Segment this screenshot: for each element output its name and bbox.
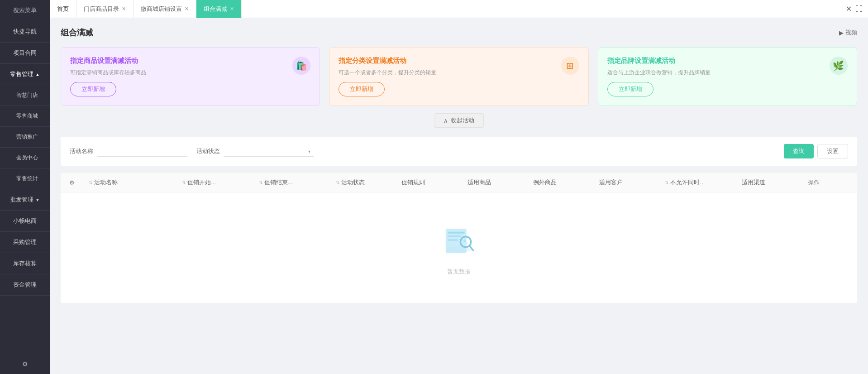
sidebar-item-project-contract[interactable]: 项目合同: [0, 43, 50, 64]
sidebar-item-purchase-mgmt[interactable]: 采购管理: [0, 232, 50, 253]
sidebar-item-quick-nav[interactable]: 快捷导航: [0, 21, 50, 43]
card-product-desc: 可指定滞销商品或库存较多商品: [70, 69, 310, 77]
page-title: 组合满减: [61, 27, 93, 38]
sidebar-item-wholesale-mgmt[interactable]: 批发管理 ▼: [0, 189, 50, 211]
card-brand-add-button[interactable]: 立即新增: [607, 82, 653, 96]
settings-icon-btn[interactable]: ⚙: [0, 354, 50, 374]
card-product-add-button[interactable]: 立即新增: [70, 82, 116, 96]
close-tab-store-catalog-icon[interactable]: ✕: [122, 6, 126, 12]
sort-icon: ⇅: [336, 180, 339, 185]
card-specify-category: ⊞ 指定分类设置满减活动 可选一个或者多个分类，提升分类的销量 立即新增: [329, 47, 588, 106]
card-category-add-button[interactable]: 立即新增: [339, 82, 385, 96]
sidebar-item-inventory[interactable]: 库存核算: [0, 253, 50, 274]
play-circle-icon: ▶: [839, 29, 844, 36]
tab-store-catalog[interactable]: 门店商品目录 ✕: [76, 0, 134, 18]
sidebar: 搜索菜单 快捷导航 项目合同 零售管理 ▲ 智慧门店 零售商城 营销推广 会员中…: [0, 0, 50, 374]
activity-status-select[interactable]: [224, 146, 314, 157]
sidebar-item-member-center[interactable]: 会员中心: [0, 148, 50, 168]
th-promo-rule: 促销规则: [396, 178, 462, 187]
th-activity-name[interactable]: ⇅ 活动名称: [83, 178, 176, 187]
brand-card-icon: 🌿: [830, 57, 848, 75]
search-actions: 查询 设置: [784, 144, 848, 158]
sidebar-item-finance-mgmt[interactable]: 资金管理: [0, 274, 50, 296]
close-window-button[interactable]: ✕: [846, 5, 852, 13]
card-category-title: 指定分类设置满减活动: [339, 57, 579, 65]
th-not-allow[interactable]: ⇅ 不允许同时...: [659, 178, 736, 187]
chevron-up-icon: ∧: [444, 117, 448, 124]
th-applicable-product: 适用商品: [462, 178, 528, 187]
th-action: 操作: [802, 178, 857, 187]
main-content: 首页 门店商品目录 ✕ 微商城店铺设置 ✕ 组合满减 ✕ ✕ ⛶ 组合满减 ▶ …: [50, 0, 868, 374]
svg-point-8: [466, 242, 467, 244]
sort-icon: ⇅: [182, 180, 186, 185]
category-card-icon: ⊞: [561, 57, 579, 75]
maximize-window-button[interactable]: ⛶: [855, 5, 863, 13]
sidebar-item-smart-store[interactable]: 智慧门店: [0, 85, 50, 106]
th-promo-end[interactable]: ⇅ 促销结束...: [253, 178, 330, 187]
chevron-up-icon: ▲: [35, 72, 40, 77]
activity-name-input[interactable]: [97, 146, 187, 157]
sidebar-search[interactable]: 搜索菜单: [0, 0, 50, 21]
activity-cards: 🛍️ 指定商品设置满减活动 可指定滞销商品或库存较多商品 立即新增 ⊞ 指定分类…: [61, 47, 857, 106]
collapse-activities-button[interactable]: ∧ 收起活动: [434, 113, 484, 128]
video-link[interactable]: ▶ 视频: [839, 29, 857, 37]
sidebar-item-retail-mgmt[interactable]: 零售管理 ▲: [0, 64, 50, 85]
card-specify-product: 🛍️ 指定商品设置满减活动 可指定滞销商品或库存较多商品 立即新增: [61, 47, 320, 106]
th-gear[interactable]: ⚙: [61, 179, 83, 186]
close-tab-wechat-store-icon[interactable]: ✕: [185, 6, 189, 12]
empty-state: 暂无数据: [61, 192, 857, 303]
card-specify-brand: 🌿 指定品牌设置满减活动 适合与上游企业联合做营销，提升品牌销量 立即新增: [598, 47, 857, 106]
tab-combo-discount[interactable]: 组合满减 ✕: [196, 0, 242, 18]
table-header: ⚙ ⇅ 活动名称 ⇅ 促销开始... ⇅ 促销结束... ⇅ 活动状态: [61, 173, 857, 192]
svg-point-7: [463, 240, 466, 242]
gear-icon: ⚙: [69, 179, 75, 186]
chevron-down-icon: ▼: [35, 197, 40, 202]
card-brand-desc: 适合与上游企业联合做营销，提升品牌销量: [607, 69, 848, 77]
svg-rect-3: [448, 235, 461, 237]
page-header: 组合满减 ▶ 视频: [61, 27, 857, 38]
empty-text: 暂无数据: [447, 268, 471, 276]
activity-status-label: 活动状态: [196, 147, 220, 155]
th-exception-product: 例外商品: [528, 178, 594, 187]
card-product-title: 指定商品设置满减活动: [70, 57, 310, 65]
topbar-actions: ✕ ⛶: [846, 5, 868, 13]
activity-status-field: 活动状态 ▾: [196, 146, 314, 157]
search-bar: 活动名称 活动状态 ▾ 查询 设置: [61, 137, 857, 166]
sidebar-item-retail-mall[interactable]: 零售商城: [0, 106, 50, 127]
close-tab-combo-discount-icon[interactable]: ✕: [230, 6, 234, 12]
card-brand-title: 指定品牌设置满减活动: [607, 57, 848, 65]
sort-icon: ⇅: [259, 180, 262, 185]
activity-status-select-wrapper: ▾: [224, 146, 314, 157]
sort-icon: ⇅: [89, 180, 92, 185]
sort-icon: ⇅: [665, 180, 668, 185]
page-content: 组合满减 ▶ 视频 🛍️ 指定商品设置满减活动 可指定滞销商品或库存较多商品 立…: [50, 18, 868, 374]
card-category-desc: 可选一个或者多个分类，提升分类的销量: [339, 69, 579, 77]
svg-rect-4: [448, 239, 458, 240]
collapse-bar: ∧ 收起活动: [61, 113, 857, 128]
sidebar-item-marketing[interactable]: 营销推广: [0, 127, 50, 148]
th-applicable-channel: 适用渠道: [736, 178, 802, 187]
tab-bar: 首页 门店商品目录 ✕ 微商城店铺设置 ✕ 组合满减 ✕ ✕ ⛶: [50, 0, 868, 18]
query-button[interactable]: 查询: [784, 144, 814, 158]
settings-button[interactable]: 设置: [817, 144, 848, 158]
empty-illustration: [436, 220, 482, 260]
activity-name-label: 活动名称: [70, 147, 93, 155]
activity-name-field: 活动名称: [70, 146, 187, 157]
th-activity-status[interactable]: ⇅ 活动状态: [330, 178, 396, 187]
tab-home[interactable]: 首页: [50, 0, 76, 18]
sidebar-item-retail-stats[interactable]: 零售统计: [0, 168, 50, 189]
th-promo-start[interactable]: ⇅ 促销开始...: [176, 178, 253, 187]
th-applicable-customer: 适用客户: [594, 178, 660, 187]
tab-wechat-store[interactable]: 微商城店铺设置 ✕: [134, 0, 196, 18]
data-table: ⚙ ⇅ 活动名称 ⇅ 促销开始... ⇅ 促销结束... ⇅ 活动状态: [61, 173, 857, 303]
sidebar-item-xiaochangec[interactable]: 小畅电商: [0, 211, 50, 232]
svg-rect-2: [448, 232, 465, 234]
